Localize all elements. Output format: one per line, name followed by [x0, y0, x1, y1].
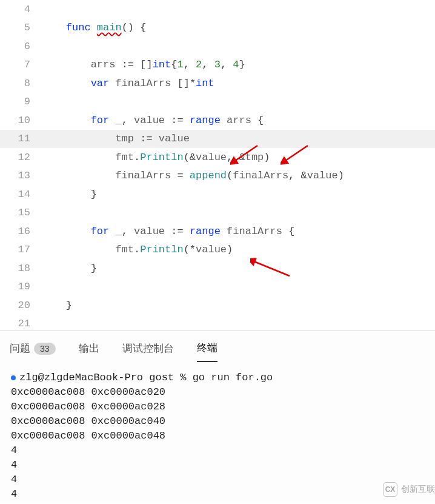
line-number: 12: [0, 152, 41, 163]
code-content: fmt.Println(&value, &tmp): [41, 152, 435, 163]
tab-debug-console[interactable]: 调试控制台: [122, 338, 174, 361]
problems-badge: 33: [34, 343, 56, 355]
prompt-dot-icon: [11, 375, 16, 380]
terminal-output[interactable]: zlg@zlgdeMacBook-Pro gost % go run for.g…: [0, 362, 435, 502]
code-content: }: [41, 300, 435, 311]
code-content: arrs := []int{1, 2, 3, 4}: [41, 59, 435, 70]
code-content: for _, value := range finalArrs {: [41, 226, 435, 237]
line-number: 7: [0, 59, 41, 70]
code-content: var finalArrs []*int: [41, 78, 435, 89]
code-content: finalArrs = append(finalArrs, &value): [41, 170, 435, 181]
code-content: func main() {: [41, 22, 435, 33]
line-number: 15: [0, 207, 41, 218]
line-number: 20: [0, 300, 41, 311]
line-number: 11: [0, 133, 41, 144]
line-number: 5: [0, 22, 41, 33]
terminal-line: 0xc0000ac008 0xc0000ac048: [11, 429, 424, 443]
line-number: 13: [0, 170, 41, 181]
terminal-line: 0xc0000ac008 0xc0000ac040: [11, 414, 424, 429]
line-number: 4: [0, 4, 41, 15]
terminal-line: 4: [11, 472, 424, 487]
line-number: 9: [0, 96, 41, 107]
line-number: 21: [0, 318, 41, 329]
code-content: }: [41, 263, 435, 274]
line-number: 14: [0, 189, 41, 200]
terminal-line: 4: [11, 443, 424, 458]
terminal-line: 4: [11, 487, 424, 502]
tab-output[interactable]: 输出: [79, 338, 99, 361]
code-content: }: [41, 189, 435, 200]
terminal-line: zlg@zlgdeMacBook-Pro gost % go run for.g…: [19, 372, 273, 383]
line-number: 19: [0, 281, 41, 292]
tab-problems[interactable]: 问题33: [10, 338, 56, 361]
line-number: 10: [0, 115, 41, 126]
terminal-line: 0xc0000ac008 0xc0000ac020: [11, 385, 424, 400]
code-content: tmp := value: [41, 133, 435, 144]
panel-tabs: 问题33 输出 调试控制台 终端: [0, 331, 435, 362]
line-number: 8: [0, 78, 41, 89]
bottom-panel: 问题33 输出 调试控制台 终端 zlg@zlgdeMacBook-Pro go…: [0, 331, 435, 502]
terminal-line: 0xc0000ac008 0xc0000ac028: [11, 400, 424, 414]
code-content: for _, value := range arrs {: [41, 115, 435, 126]
line-number: 6: [0, 41, 41, 52]
line-number: 18: [0, 263, 41, 274]
code-editor[interactable]: 4 5 func main() { 6 7 arrs := []int{1, 2…: [0, 0, 435, 331]
line-number: 16: [0, 226, 41, 237]
tab-terminal[interactable]: 终端: [197, 337, 217, 362]
terminal-line: 4: [11, 458, 424, 472]
line-number: 17: [0, 244, 41, 255]
watermark: CX 创新互联: [383, 482, 435, 497]
watermark-logo-icon: CX: [383, 482, 397, 497]
code-content: fmt.Println(*value): [41, 244, 435, 255]
